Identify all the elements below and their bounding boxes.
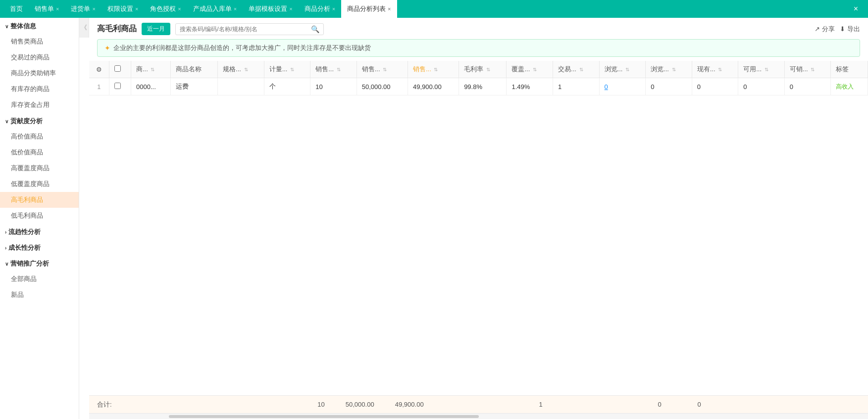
footer-browse1	[548, 401, 587, 408]
sort-icon-2: ⇅	[244, 67, 248, 72]
sort-icon-7: ⇅	[486, 67, 490, 72]
footer-bar: 合计: 10 50,000.00 49,900.00 1 0 0	[89, 395, 868, 413]
nav-role[interactable]: 角色授权 ×	[144, 0, 187, 18]
footer-empty-5	[468, 401, 508, 408]
col-tag[interactable]: 标签	[831, 61, 868, 78]
nav-template-settings-close[interactable]: ×	[289, 6, 292, 12]
sidebar-item-traded-goods[interactable]: 交易过的商品	[0, 49, 79, 65]
filter-recent-month[interactable]: 近一月	[142, 23, 170, 35]
sidebar-item-category-rate[interactable]: 商品分类助销率	[0, 65, 79, 81]
nav-purchase-close[interactable]: ×	[92, 6, 95, 12]
footer-empty-2	[211, 401, 251, 408]
sidebar-item-low-value[interactable]: 低价值商品	[0, 144, 79, 160]
nav-product-inbound-close[interactable]: ×	[234, 6, 237, 12]
cell-spec	[218, 78, 264, 95]
chevron-down-icon-2: ∨	[5, 119, 8, 124]
content-header: 高毛利商品 近一月 🔍 ↗ 分享 ⬇ 导出	[89, 18, 868, 39]
col-index: ⚙	[89, 61, 109, 78]
col-spec[interactable]: 规格... ⇅	[218, 61, 264, 78]
select-all-checkbox[interactable]	[114, 65, 121, 72]
col-code[interactable]: 商... ⇅	[131, 61, 171, 78]
sort-icon-5: ⇅	[383, 67, 387, 72]
sidebar-item-low-margin[interactable]: 低毛利商品	[0, 208, 79, 224]
data-table: ⚙ 商... ⇅ 商品名称	[89, 61, 868, 95]
col-available[interactable]: 可用... ⇅	[738, 61, 785, 78]
col-coverage[interactable]: 覆盖... ⇅	[507, 61, 553, 78]
col-name[interactable]: 商品名称	[170, 61, 218, 78]
nav-product-analysis-list[interactable]: 商品分析列表 ×	[341, 0, 397, 18]
export-button[interactable]: ⬇ 导出	[840, 25, 860, 34]
sidebar-item-all-goods[interactable]: 全部商品	[0, 271, 79, 287]
col-unit[interactable]: 计量... ⇅	[264, 61, 310, 78]
nav-product-inbound[interactable]: 产成品入库单 ×	[187, 0, 243, 18]
sidebar: ∨ 整体信息 销售类商品 交易过的商品 商品分类助销率 有库存的商品 库存资金占…	[0, 18, 79, 419]
table-container: ⚙ 商... ⇅ 商品名称	[89, 61, 868, 395]
share-button[interactable]: ↗ 分享	[815, 25, 835, 34]
sidebar-item-low-coverage[interactable]: 低覆盖度商品	[0, 176, 79, 192]
nav-product-analysis-list-close[interactable]: ×	[388, 6, 391, 12]
cell-browse2: 0	[646, 78, 692, 95]
col-saleable[interactable]: 可销... ⇅	[784, 61, 831, 78]
nav-template-settings[interactable]: 单据模板设置 ×	[243, 0, 298, 18]
nav-role-close[interactable]: ×	[178, 6, 181, 12]
nav-sales[interactable]: 销售单 ×	[29, 0, 65, 18]
nav-product-analysis-close[interactable]: ×	[332, 6, 335, 12]
cell-tag: 高收入	[831, 78, 868, 95]
footer-empty-6	[587, 401, 627, 408]
col-browse1[interactable]: 浏览... ⇅	[599, 61, 646, 78]
col-sales3[interactable]: 销售... ⇅	[408, 61, 459, 78]
sidebar-collapse-button[interactable]: 《	[79, 18, 89, 38]
chevron-down-icon: ∨	[5, 24, 8, 29]
cell-index: 1	[89, 78, 109, 95]
sidebar-item-new-goods[interactable]: 新品	[0, 287, 79, 303]
sidebar-item-high-value[interactable]: 高价值商品	[0, 129, 79, 144]
col-checkbox	[109, 61, 131, 78]
search-icon[interactable]: 🔍	[311, 25, 319, 33]
nav-close-all[interactable]: ×	[848, 4, 864, 13]
sidebar-group-trend[interactable]: › 流趋性分析	[0, 224, 79, 239]
footer-transaction: 1	[508, 401, 548, 408]
sidebar-item-in-stock[interactable]: 有库存的商品	[0, 81, 79, 97]
chevron-down-icon-3: ∨	[5, 261, 8, 267]
sort-icon-9: ⇅	[579, 67, 583, 72]
col-current[interactable]: 现有... ⇅	[692, 61, 738, 78]
sidebar-item-stock-capital[interactable]: 库存资金占用	[0, 97, 79, 113]
row-checkbox[interactable]	[114, 83, 121, 89]
nav-product-analysis[interactable]: 商品分析 ×	[299, 0, 341, 18]
cell-available: 0	[738, 78, 785, 95]
info-icon: ✦	[104, 44, 110, 52]
search-box: 🔍	[175, 23, 324, 35]
sort-icon-11: ⇅	[672, 67, 676, 72]
col-browse2[interactable]: 浏览... ⇅	[646, 61, 692, 78]
col-sales2[interactable]: 销售... ⇅	[357, 61, 408, 78]
col-sales1[interactable]: 销售... ⇅	[310, 61, 357, 78]
nav-home[interactable]: 首页	[4, 0, 29, 18]
nav-sales-close[interactable]: ×	[56, 6, 59, 12]
sidebar-group-overall[interactable]: ∨ 整体信息	[0, 18, 79, 34]
nav-permission[interactable]: 权限设置 ×	[102, 0, 144, 18]
page-title: 高毛利商品	[97, 24, 137, 34]
sidebar-item-sales-goods[interactable]: 销售类商品	[0, 34, 79, 49]
nav-purchase[interactable]: 进货单 ×	[65, 0, 101, 18]
sidebar-item-high-coverage[interactable]: 高覆盖度商品	[0, 160, 79, 176]
col-gross-rate[interactable]: 毛利率 ⇅	[459, 61, 507, 78]
settings-icon[interactable]: ⚙	[96, 66, 102, 73]
sidebar-group-marketing[interactable]: ∨ 营销推广分析	[0, 255, 79, 271]
horizontal-scrollbar[interactable]	[89, 413, 868, 419]
sidebar-group-contribution[interactable]: ∨ 贡献度分析	[0, 113, 79, 129]
cell-browse1[interactable]: 0	[599, 78, 646, 95]
scroll-thumb[interactable]	[169, 415, 479, 418]
sort-icon-8: ⇅	[533, 67, 537, 72]
col-transaction[interactable]: 交易... ⇅	[553, 61, 600, 78]
sidebar-group-growth[interactable]: › 成长性分析	[0, 239, 79, 255]
footer-sales3: 49,900.00	[379, 401, 429, 408]
cell-saleable: 0	[784, 78, 831, 95]
footer-empty-1	[122, 401, 211, 408]
cell-transaction: 1	[553, 78, 600, 95]
sort-icon-14: ⇅	[811, 67, 815, 72]
footer-empty-3	[251, 401, 290, 408]
cell-coverage: 1.49%	[507, 78, 553, 95]
search-input[interactable]	[180, 26, 311, 33]
nav-permission-close[interactable]: ×	[135, 6, 138, 12]
sidebar-item-high-margin[interactable]: 高毛利商品	[0, 192, 79, 208]
